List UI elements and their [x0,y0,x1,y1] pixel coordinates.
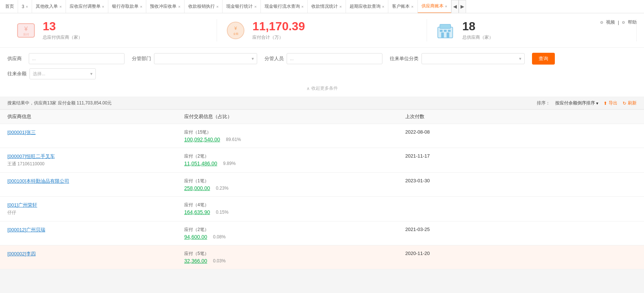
transaction-info-2: 应付（2笔） 11,051,486.00 9.89% [184,153,405,166]
supplier-info-3: [000100]本特勤油品有限公司 [7,178,184,185]
tx-amount-4[interactable]: 164,635.90 [184,209,210,215]
nav-tab-cash-flow-query[interactable]: 现金银行流水查询 × [261,0,308,13]
close-icon[interactable]: × [339,4,342,9]
close-icon[interactable]: × [102,4,104,9]
close-icon[interactable]: × [411,4,413,9]
supplier-info-2: [000007]恒旺二手叉车 王通 17106110000 [7,153,184,167]
tx-amount-3[interactable]: 258,000.00 [184,185,210,191]
close-icon[interactable]: × [254,4,256,9]
supplier-link-6[interactable]: [000002]李四 [7,251,36,256]
nav-tab-overdue-query[interactable]: 超期应收款查询 × [346,0,388,13]
filter-category: 往来单位分类 ▾ [390,53,525,64]
filter-dept: 分管部门 ▾ [132,53,257,64]
last-pay-5: 2021-03-25 [405,227,637,232]
nav-prev-arrow[interactable]: ◀ [451,0,459,13]
tx-label-4: 应付（4笔） [184,202,405,208]
filter-row-2: 往来余额 选择... ▾ [7,68,637,79]
close-icon[interactable]: × [26,4,28,9]
tx-label-3: 应付（1笔） [184,178,405,184]
tx-percent-4: 0.15% [216,210,228,215]
tx-amount-5[interactable]: 94,600.00 [184,234,207,240]
export-button[interactable]: ⬆ 导出 [603,100,617,106]
tx-percent-3: 0.23% [216,186,228,191]
nav-tab-supplier-account[interactable]: 供应商账本 × [418,0,451,13]
category-select[interactable]: ▾ [421,53,525,64]
help-link[interactable]: 帮助 [628,19,637,25]
supplier-link-4[interactable]: [001]广州荣轩 [7,202,37,208]
stat1-label: 总应付供应商（家） [43,34,83,41]
refresh-icon: ↻ [623,101,626,106]
nav-tab-collect-stat[interactable]: 收款情况统计 × [308,0,346,13]
close-icon[interactable]: × [445,4,447,8]
payable-suppliers-icon: ¥ 应付 [15,19,37,41]
balance-arrow-icon: ▾ [90,71,92,76]
nav-tab-customer-account[interactable]: 客户账本 × [388,0,417,13]
tx-label-1: 应付（15笔） [184,129,405,135]
close-icon[interactable]: × [59,4,62,9]
svg-text:金额: 金额 [233,32,238,35]
supplier-input[interactable]: ... [29,53,125,64]
result-bar-right: 排序： 按应付余额倒序排序 ▾ ⬆ 导出 ↻ 刷新 [537,100,637,106]
col-header-transaction: 应付交易信息（占比） [184,113,405,120]
tx-amount-2[interactable]: 11,051,486.00 [184,161,217,166]
balance-select[interactable]: 选择... ▾ [29,68,96,79]
close-icon[interactable]: × [178,4,180,9]
tx-row-4: 164,635.90 0.15% [184,209,405,215]
close-icon[interactable]: × [140,4,142,9]
supplier-link-5[interactable]: [000012]广州贝瑞 [7,227,45,232]
supplier-info-4: [001]广州荣轩 仔仔 [7,202,184,216]
table-row: [001]广州荣轩 仔仔 应付（4笔） 164,635.90 0.15% [0,197,644,221]
sort-select[interactable]: 按应付余额倒序排序 ▾ [555,100,598,106]
supplier-link-1[interactable]: [000001]张三 [7,130,36,135]
tx-amount-1[interactable]: 100,092,540.00 [184,137,220,142]
stat-total-payable-suppliers: ¥ 应付 13 总应付供应商（家） [7,19,217,41]
stat3-content: 18 总供应商（家） [462,20,493,41]
stat3-number: 18 [462,20,493,33]
person-input[interactable]: ... [287,53,382,64]
nav-next-arrow[interactable]: ▶ [459,0,466,13]
tx-percent-5: 0.08% [213,234,225,239]
transaction-info-1: 应付（15笔） 100,092,540.00 89.61% [184,129,405,142]
stat-total-amount: ¥ 金额 11,170.39 应付合计（万） [217,19,427,41]
tx-label-2: 应付（2笔） [184,153,405,159]
nav-tab-ap-adjust[interactable]: 应收应付调整单 × [66,0,108,13]
stat2-number: 11,170.39 [252,20,305,33]
dept-select[interactable]: ▾ [154,53,257,64]
refresh-button[interactable]: ↻ 刷新 [623,100,637,106]
filter-balance: 往来余额 选择... ▾ [7,68,96,79]
nav-tab-cash-bank-stat[interactable]: 现金银行统计 × [223,0,260,13]
table-row: [000100]本特勤油品有限公司 应付（1笔） 258,000.00 0.23… [0,173,644,197]
close-icon[interactable]: × [216,4,218,9]
tx-percent-6: 0.03% [213,258,225,263]
nav-tab-advance-collect[interactable]: 预收冲应收单 × [146,0,184,13]
nav-tab-bank-deposit[interactable]: 银行存取款单 × [108,0,146,13]
nav-tab-home[interactable]: 首页 [1,0,18,13]
category-arrow-icon: ▾ [519,56,521,61]
divider: | [618,20,619,25]
sort-down-icon: ▾ [596,101,598,106]
close-icon[interactable]: × [301,4,304,9]
supplier-link-2[interactable]: [000007]恒旺二手叉车 [7,154,55,159]
nav-tab-collect-execute[interactable]: 收款核销执行 × [185,0,223,13]
last-pay-date-3: 2023-01-30 [405,178,430,183]
last-pay-2: 2021-11-17 [405,153,637,159]
svg-rect-8 [441,32,444,38]
last-pay-date-5: 2021-03-25 [405,227,430,232]
video-link[interactable]: 视频 [606,19,615,25]
tx-amount-6[interactable]: 32,366.00 [184,258,207,264]
table-header: 供应商信息 应付交易信息（占比） 上次付数 [0,110,644,124]
export-icon: ⬆ [603,101,607,106]
table-row: [000002]李四 应付（5笔） 32,366.00 0.03% 2020-1… [0,245,644,269]
nav-tab-t1[interactable]: 3 × [18,0,32,13]
collapse-bar[interactable]: ∧ 收起更多条件 [7,83,637,93]
balance-label: 往来余额 [7,70,27,77]
tx-row-5: 94,600.00 0.08% [184,234,405,240]
transaction-info-5: 应付（2笔） 94,600.00 0.08% [184,227,405,240]
close-icon[interactable]: × [382,4,384,9]
svg-text:应付: 应付 [23,33,29,36]
supplier-link-3[interactable]: [000100]本特勤油品有限公司 [7,178,69,184]
nav-tab-other-income[interactable]: 其他收入单 × [32,0,66,13]
query-button[interactable]: 查询 [532,53,555,65]
last-pay-3: 2023-01-30 [405,178,637,183]
filter-section: 供应商 ... 分管部门 ▾ 分管人员 ... 往来单位分类 ▾ [0,48,644,97]
